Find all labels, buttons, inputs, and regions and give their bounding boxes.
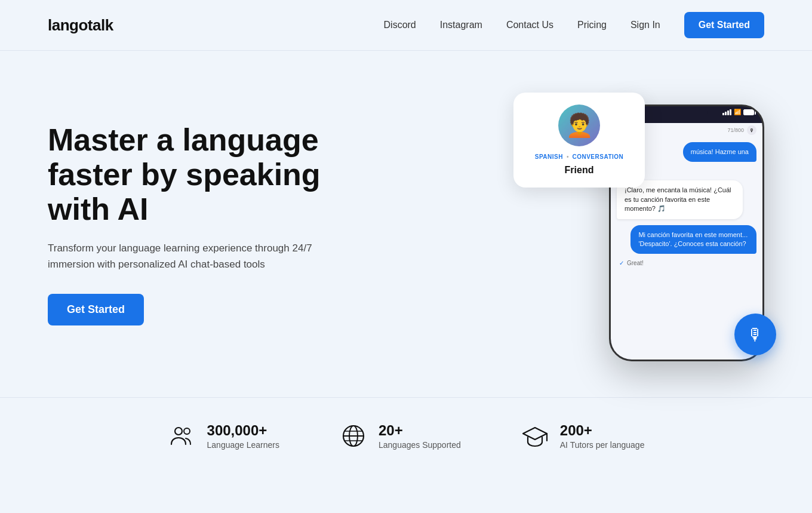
stat-tutors-text: 200+ AI Tutors per language — [560, 422, 645, 450]
graduation-icon — [521, 422, 549, 450]
stat-languages-num: 20+ — [379, 422, 461, 439]
chat-bubble-ai-1: música! Hazme una — [683, 142, 756, 162]
brand-logo[interactable]: langotalk — [48, 16, 113, 35]
stat-learners-label: Language Learners — [207, 440, 279, 450]
nav-link-contact[interactable]: Contact Us — [506, 20, 553, 30]
signal-bars-icon — [722, 109, 731, 115]
users-icon — [168, 422, 196, 450]
nav-links: Discord Instagram Contact Us Pricing Sig… — [384, 12, 764, 38]
stat-languages-text: 20+ Languages Supported — [379, 422, 461, 450]
mic-bubble[interactable]: 🎙 — [734, 314, 776, 355]
nav-link-signin[interactable]: Sign In — [630, 20, 660, 30]
tag-separator: • — [567, 153, 569, 160]
tutor-tags: SPANISH • CONVERSATION — [528, 153, 630, 160]
hero-section: Master a language faster by speaking wit… — [0, 51, 812, 385]
mic-icon-small: 🎙 — [749, 128, 754, 133]
stat-languages-label: Languages Supported — [379, 440, 461, 450]
tutor-name: Friend — [528, 165, 630, 176]
nav-link-discord[interactable]: Discord — [384, 20, 416, 30]
progress-text: 71/800 — [727, 127, 744, 133]
stat-learners-text: 300,000+ Language Learners — [207, 422, 279, 450]
stats-section: 300,000+ Language Learners 20+ Languages… — [0, 397, 812, 480]
hero-cta-button[interactable]: Get Started — [48, 294, 144, 325]
tutor-card: 🧑‍🦱 SPANISH • CONVERSATION Friend — [513, 93, 645, 188]
chat-feedback-2: ✓ Great! — [617, 260, 756, 266]
svg-point-0 — [175, 428, 182, 435]
phone-notch — [666, 106, 708, 119]
microphone-icon: 🎙 — [747, 325, 764, 345]
stat-languages: 20+ Languages Supported — [339, 422, 461, 450]
battery-icon — [743, 109, 754, 115]
checkmark-icon-2: ✓ — [619, 260, 624, 266]
feedback-label-2: Great! — [627, 260, 644, 266]
nav-cta-button[interactable]: Get Started — [684, 12, 764, 38]
stat-tutors-label: AI Tutors per language — [560, 440, 645, 450]
wifi-icon: 📶 — [734, 109, 741, 115]
hero-heading: Master a language faster by speaking wit… — [48, 122, 358, 227]
nav-link-pricing[interactable]: Pricing — [577, 20, 607, 30]
hero-text-block: Master a language faster by speaking wit… — [48, 122, 358, 325]
chat-bubble-ai-2: Mi canción favorita en este moment... 'D… — [630, 225, 756, 254]
stat-tutors-num: 200+ — [560, 422, 645, 439]
hero-subtext: Transform your language learning experie… — [48, 240, 358, 272]
phone-status-bar: 📶 — [722, 109, 754, 115]
mic-small-icon: 🎙 — [747, 125, 756, 135]
hero-visual: 🧑‍🦱 SPANISH • CONVERSATION Friend 📶 — [513, 87, 764, 361]
globe-icon — [339, 422, 368, 450]
stat-learners: 300,000+ Language Learners — [168, 422, 279, 450]
tutor-tag-type: CONVERSATION — [572, 153, 623, 160]
stat-tutors: 200+ AI Tutors per language — [521, 422, 645, 450]
tutor-tag-language: SPANISH — [535, 153, 563, 160]
avatar-emoji: 🧑‍🦱 — [565, 114, 593, 137]
svg-marker-5 — [523, 428, 547, 440]
navbar: langotalk Discord Instagram Contact Us P… — [0, 0, 812, 51]
stat-learners-num: 300,000+ — [207, 422, 279, 439]
nav-link-instagram[interactable]: Instagram — [440, 20, 482, 30]
tutor-avatar: 🧑‍🦱 — [558, 105, 600, 146]
svg-point-1 — [184, 428, 190, 434]
